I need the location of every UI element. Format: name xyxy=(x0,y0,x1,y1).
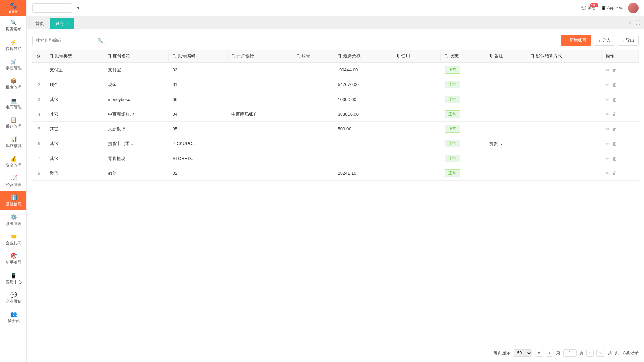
delete-icon[interactable]: 🗑 xyxy=(612,141,617,146)
export-icon: ↓ xyxy=(622,38,625,43)
row-default-settle xyxy=(527,122,602,136)
search-input[interactable] xyxy=(33,36,95,45)
col-code[interactable]: ⇅ 账号编码 xyxy=(169,50,227,63)
col-name[interactable]: ⇅ 账号名称 xyxy=(104,50,169,63)
edit-icon[interactable]: ✏ xyxy=(606,67,610,73)
add-account-button[interactable]: + 新增账号 xyxy=(561,35,591,46)
page-size-select[interactable]: 50 100 xyxy=(514,349,532,357)
row-bank xyxy=(227,136,292,151)
prev-page-button[interactable]: ‹ xyxy=(546,349,553,357)
sidebar-item-system[interactable]: ⚙️系统管理 xyxy=(0,210,26,230)
edit-icon[interactable]: ✏ xyxy=(606,97,610,102)
edit-icon[interactable]: ✏ xyxy=(606,156,610,161)
row-bank xyxy=(227,166,292,181)
row-usage xyxy=(392,122,441,136)
status-badge: 正常 xyxy=(445,140,460,147)
sidebar-item-member[interactable]: 👥畅会员 xyxy=(0,308,26,327)
export-label: 导出 xyxy=(626,37,634,43)
search-box: 🔍 xyxy=(32,36,106,45)
delete-icon[interactable]: 🗑 xyxy=(612,112,617,117)
sidebar-item-purchase[interactable]: 📋采购管理 xyxy=(0,113,26,133)
col-balance[interactable]: ⇅ 最新余额 xyxy=(334,50,392,63)
search-button[interactable]: 🔍 xyxy=(95,38,106,43)
status-badge: 正常 xyxy=(445,66,460,74)
row-type: 其它 xyxy=(46,107,104,122)
status-badge: 正常 xyxy=(445,81,460,88)
user-avatar[interactable] xyxy=(628,3,639,13)
delete-icon[interactable]: 🗑 xyxy=(612,171,617,176)
sidebar-item-guide[interactable]: 🎯新手引导 xyxy=(0,249,26,269)
col-settings[interactable]: ⚙ xyxy=(32,50,46,63)
app-download-button[interactable]: 📱 App下载 xyxy=(601,5,623,11)
row-balance: 10000.00 xyxy=(334,92,392,107)
row-actions: ✏ 🗑 xyxy=(602,92,639,107)
row-balance: -90444.00 xyxy=(334,63,392,77)
main-area: ▼ 💬 消息 99+ 📱 App下载 首页 账号 × ⤢ ⛶ xyxy=(27,0,644,362)
tab-close-icon[interactable]: × xyxy=(66,21,68,26)
sidebar-item-quick-nav[interactable]: ⚡快捷导航 xyxy=(0,36,26,55)
col-remark[interactable]: ⇅ 备注 xyxy=(485,50,527,63)
total-label: 共1页，8条记录 xyxy=(608,350,639,356)
dropdown-arrow-icon: ▼ xyxy=(76,6,80,10)
next-page-button[interactable]: › xyxy=(586,349,594,357)
header-search-input[interactable] xyxy=(32,3,72,13)
sidebar-item-cooperation[interactable]: 🤝企业协同 xyxy=(0,230,26,249)
sidebar-label-guide: 新手引导 xyxy=(2,260,25,265)
edit-icon[interactable]: ✏ xyxy=(606,141,610,146)
edit-icon[interactable]: ✏ xyxy=(606,126,610,132)
col-account[interactable]: ⇅ 账号 xyxy=(292,50,334,63)
delete-icon[interactable]: 🗑 xyxy=(612,67,617,73)
tab-account[interactable]: 账号 × xyxy=(50,18,74,29)
sidebar-item-enterprise-wechat[interactable]: 💬企业微信 xyxy=(0,288,26,308)
sidebar-label-wholesale: 批发管理 xyxy=(2,85,25,90)
table-row: 4 其它 中百商场账户 04 中百商场账户 383866.00 正常 ✏ 🗑 xyxy=(32,107,639,122)
restore-button[interactable]: ⤢ xyxy=(627,19,633,26)
delete-icon[interactable]: 🗑 xyxy=(612,82,617,87)
tab-home[interactable]: 首页 xyxy=(30,18,50,29)
row-account xyxy=(292,136,334,151)
sidebar-item-search-menu[interactable]: 🔍搜索菜单 xyxy=(0,16,26,36)
col-default-settle[interactable]: ⇅ 默认结算方式 xyxy=(527,50,602,63)
col-usage[interactable]: ⇅ 使用... xyxy=(392,50,441,63)
table-row: 7 其它 零售抵现 STORED... 正常 ✏ 🗑 xyxy=(32,151,639,166)
table-row: 6 其它 提货卡（零... PICKUPC... 正常 提货卡 ✏ 🗑 xyxy=(32,136,639,151)
sidebar-item-basic-info[interactable]: ℹ️基础信息 xyxy=(0,191,26,210)
row-index: 2 xyxy=(32,77,46,92)
sidebar-item-app-center[interactable]: 📱应用中心 xyxy=(0,269,26,288)
row-index: 7 xyxy=(32,151,46,166)
action-icons: ✏ 🗑 xyxy=(606,82,635,87)
import-button[interactable]: ↑ 导入 xyxy=(594,35,615,46)
sidebar-item-wholesale[interactable]: 📦批发管理 xyxy=(0,74,26,94)
maximize-button[interactable]: ⛶ xyxy=(635,19,641,26)
sidebar-item-operations[interactable]: 📈经营管理 xyxy=(0,172,26,191)
row-default-settle xyxy=(527,136,602,151)
sidebar-item-retail[interactable]: 🛒零售管理 xyxy=(0,55,26,74)
message-button[interactable]: 💬 消息 99+ xyxy=(581,5,596,11)
delete-icon[interactable]: 🗑 xyxy=(612,97,617,102)
sidebar-icon-inventory: 📊 xyxy=(2,136,25,142)
sidebar-item-inventory[interactable]: 📊库存核算 xyxy=(0,133,26,152)
table-row: 1 支付宝 支付宝 03 -90444.00 正常 ✏ 🗑 xyxy=(32,63,639,77)
delete-icon[interactable]: 🗑 xyxy=(612,126,617,132)
export-button[interactable]: ↓ 导出 xyxy=(618,35,639,46)
sidebar-label-retail: 零售管理 xyxy=(2,65,25,71)
sidebar-item-finance[interactable]: 💰资金管理 xyxy=(0,152,26,172)
first-page-button[interactable]: « xyxy=(535,349,543,357)
last-page-button[interactable]: » xyxy=(596,349,605,357)
page-number-input[interactable] xyxy=(563,349,577,357)
message-icon: 💬 xyxy=(581,6,586,10)
sidebar-label-finance: 资金管理 xyxy=(2,163,25,168)
action-icons: ✏ 🗑 xyxy=(606,156,635,161)
col-action: 操作 xyxy=(602,50,639,63)
delete-icon[interactable]: 🗑 xyxy=(612,156,617,161)
row-default-settle xyxy=(527,151,602,166)
edit-icon[interactable]: ✏ xyxy=(606,82,610,87)
col-status[interactable]: ⇅ 状态 xyxy=(441,50,485,63)
edit-icon[interactable]: ✏ xyxy=(606,171,610,176)
col-type[interactable]: ⇅ 账号类型 xyxy=(46,50,104,63)
edit-icon[interactable]: ✏ xyxy=(606,112,610,117)
header-dropdown[interactable]: ▼ xyxy=(76,6,80,10)
row-usage xyxy=(392,107,441,122)
sidebar-item-ecommerce[interactable]: 💻电商管理 xyxy=(0,94,26,113)
col-bank[interactable]: ⇅ 开户银行 xyxy=(227,50,292,63)
